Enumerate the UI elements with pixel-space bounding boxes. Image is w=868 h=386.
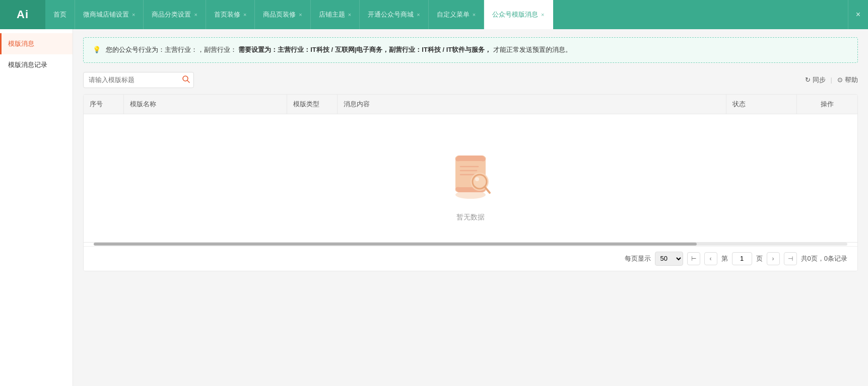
prev-page-button[interactable]: ‹	[704, 252, 717, 265]
nav-tab-close-6[interactable]: ×	[417, 12, 420, 18]
search-input-wrap	[83, 72, 194, 88]
nav-tab-close-5[interactable]: ×	[348, 12, 351, 18]
logo-text: Ai	[17, 8, 29, 21]
first-page-button[interactable]: ⊢	[687, 252, 700, 265]
col-header-content: 消息内容	[338, 95, 726, 114]
svg-point-9	[475, 177, 479, 181]
nav-tab-close-2[interactable]: ×	[194, 12, 197, 18]
nav-tab-6[interactable]: 开通公众号商城×	[360, 0, 428, 29]
nav-tabs: 首页微商城店铺设置×商品分类设置×首页装修×商品页装修×店铺主题×开通公众号商城…	[45, 0, 848, 29]
col-header-seq: 序号	[84, 95, 124, 114]
page-label-pre: 第	[721, 254, 728, 263]
top-nav: Ai 首页微商城店铺设置×商品分类设置×首页装修×商品页装修×店铺主题×开通公众…	[0, 0, 868, 29]
nav-tab-close-8[interactable]: ×	[541, 12, 544, 18]
help-button[interactable]: ⊙ 帮助	[837, 75, 858, 85]
sidebar: 模版消息模版消息记录	[0, 29, 73, 386]
notice-icon: 💡	[93, 46, 101, 53]
logo: Ai	[0, 0, 45, 29]
nav-tab-close-4[interactable]: ×	[299, 12, 302, 18]
nav-tab-8[interactable]: 公众号模版消息×	[484, 0, 553, 29]
main-layout: 模版消息模版消息记录 💡 您的公众号行业为：主营行业：，副营行业： 需要设置为：…	[0, 29, 868, 386]
empty-text: 暂无数据	[456, 213, 485, 222]
col-header-action: 操作	[797, 95, 857, 114]
search-button[interactable]	[182, 75, 190, 85]
help-icon: ⊙	[837, 76, 843, 84]
next-page-button[interactable]: ›	[767, 252, 780, 265]
close-all-button[interactable]: ×	[848, 0, 868, 29]
col-header-status: 状态	[726, 95, 797, 114]
col-header-type: 模版类型	[287, 95, 338, 114]
svg-line-1	[187, 81, 189, 83]
divider: |	[831, 76, 832, 84]
sync-button[interactable]: ↻ 同步	[805, 75, 826, 85]
nav-tab-5[interactable]: 店铺主题×	[311, 0, 360, 29]
nav-tab-3[interactable]: 首页装修×	[206, 0, 255, 29]
scrollbar-thumb	[94, 243, 697, 246]
nav-tab-1[interactable]: 微商城店铺设置×	[75, 0, 144, 29]
nav-tab-close-3[interactable]: ×	[243, 12, 246, 18]
per-page-select[interactable]: 50 20 100	[655, 252, 683, 266]
nav-tab-close-1[interactable]: ×	[132, 12, 135, 18]
nav-tab-close-7[interactable]: ×	[473, 12, 476, 18]
page-input[interactable]	[732, 252, 752, 265]
col-header-name: 模版名称	[124, 95, 287, 114]
nav-tab-7[interactable]: 自定义菜单×	[429, 0, 484, 29]
search-bar: ↻ 同步 | ⊙ 帮助	[83, 72, 858, 88]
sync-icon: ↻	[805, 76, 811, 84]
per-page-label: 每页显示	[625, 254, 651, 263]
scrollbar-track[interactable]	[94, 243, 847, 246]
nav-tab-0[interactable]: 首页	[45, 0, 75, 29]
help-label: 帮助	[845, 75, 858, 85]
data-table: 序号 模版名称 模版类型 消息内容 状态 操作	[83, 94, 858, 271]
search-input[interactable]	[83, 72, 194, 88]
nav-tab-2[interactable]: 商品分类设置×	[144, 0, 206, 29]
content-area: 💡 您的公众号行业为：主营行业：，副营行业： 需要设置为：主营行业：IT科技 /…	[73, 29, 868, 386]
notice-text-suffix: 才能正常发送预置的消息。	[493, 46, 572, 53]
notice-box: 💡 您的公众号行业为：主营行业：，副营行业： 需要设置为：主营行业：IT科技 /…	[83, 37, 858, 63]
notice-highlight: 需要设置为：主营行业：IT科技 / 互联网|电子商务，副营行业：IT科技 / I…	[238, 46, 491, 53]
empty-illustration	[440, 144, 501, 205]
last-page-button[interactable]: ⊣	[784, 252, 797, 265]
table-header: 序号 模版名称 模版类型 消息内容 状态 操作	[84, 95, 857, 114]
sync-label: 同步	[813, 75, 826, 85]
page-label-post: 页	[756, 254, 763, 263]
empty-state: 暂无数据	[84, 114, 857, 242]
scrollbar-area	[84, 242, 857, 246]
total-records: 共0页，0条记录	[801, 254, 847, 263]
notice-text-prefix: 您的公众号行业为：主营行业：，副营行业：	[106, 46, 237, 53]
nav-tab-4[interactable]: 商品页装修×	[255, 0, 310, 29]
sidebar-item-0[interactable]: 模版消息	[0, 33, 73, 54]
sidebar-item-1[interactable]: 模版消息记录	[0, 54, 73, 75]
pagination: 每页显示 50 20 100 ⊢ ‹ 第 页 › ⊣ 共0页，0条记录	[84, 246, 857, 271]
toolbar-right: ↻ 同步 | ⊙ 帮助	[805, 75, 858, 85]
